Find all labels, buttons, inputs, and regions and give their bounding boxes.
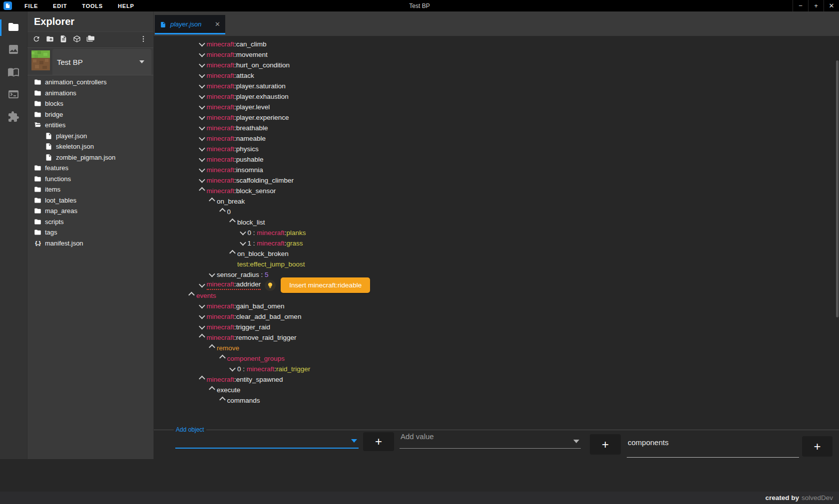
json-row[interactable]: minecraft:hurt_on_condition — [154, 60, 839, 70]
tree-item-items[interactable]: items — [27, 184, 153, 195]
chevron-down-icon[interactable] — [199, 156, 207, 163]
tree-item-entities[interactable]: entities — [27, 120, 153, 131]
tree-item-zombie_pigman-json[interactable]: zombie_pigman.json — [27, 152, 153, 163]
chevron-up-icon[interactable] — [220, 208, 227, 216]
close-button[interactable]: ✕ — [824, 0, 839, 11]
tree-item-map_areas[interactable]: map_areas — [27, 206, 153, 217]
activity-book-icon[interactable] — [0, 61, 27, 84]
json-row[interactable]: minecraft:player.experience — [154, 112, 839, 123]
chevron-down-icon[interactable] — [199, 72, 207, 79]
add-object-field[interactable] — [175, 432, 359, 449]
json-row[interactable]: component_groups — [154, 353, 839, 364]
chevron-up-icon[interactable] — [209, 344, 217, 352]
json-row[interactable]: minecraft:scaffolding_climber — [154, 175, 839, 186]
chevron-up-icon[interactable] — [230, 219, 237, 226]
chevron-up-icon[interactable] — [199, 376, 207, 383]
add-value-field[interactable] — [400, 432, 581, 449]
chevron-down-icon[interactable] — [199, 281, 207, 289]
tree-item-manifest-json[interactable]: {..}manifest.json — [27, 238, 153, 249]
chevron-up-icon[interactable] — [220, 355, 227, 362]
chevron-down-icon[interactable] — [199, 40, 207, 48]
activity-puzzle-icon[interactable] — [0, 106, 27, 129]
chevron-up-icon[interactable] — [209, 198, 217, 205]
chevron-down-icon[interactable] — [199, 313, 207, 320]
tree-item-functions[interactable]: functions — [27, 174, 153, 185]
json-row[interactable]: minecraft:breathable — [154, 123, 839, 133]
insert-suggestion-button[interactable]: Insert minecraft:rideable — [281, 277, 370, 293]
chevron-down-icon[interactable] — [199, 302, 207, 310]
tab-player-json[interactable]: player.json ✕ — [155, 15, 225, 34]
json-row[interactable]: 1 : minecraft:grass — [154, 238, 839, 249]
chevron-down-icon[interactable] — [199, 93, 207, 100]
chevron-up-icon[interactable] — [199, 187, 207, 195]
chevron-down-icon[interactable] — [199, 61, 207, 69]
package-button[interactable] — [71, 34, 83, 46]
json-row[interactable]: minecraft:attack — [154, 70, 839, 81]
json-row[interactable]: minecraft:player.level — [154, 102, 839, 112]
scrollbar-thumb[interactable] — [836, 60, 839, 317]
json-row[interactable]: sensor_radius : 5 — [154, 269, 839, 280]
json-row[interactable]: commands — [154, 395, 839, 406]
chevron-down-icon[interactable] — [230, 365, 237, 373]
json-row[interactable]: minecraft:nameable — [154, 133, 839, 144]
key-input[interactable] — [627, 438, 800, 450]
json-row[interactable]: 0 : minecraft:planks — [154, 228, 839, 238]
json-row[interactable]: minecraft:pushable — [154, 154, 839, 165]
json-row[interactable]: minecraft:can_climb — [154, 39, 839, 49]
maximize-button[interactable]: + — [808, 0, 824, 11]
refresh-button[interactable] — [30, 34, 42, 46]
add-value-input[interactable] — [400, 432, 582, 444]
new-file-button[interactable] — [57, 34, 69, 46]
chevron-down-icon[interactable] — [199, 145, 207, 153]
json-row[interactable]: 0 — [154, 207, 839, 217]
tree-item-scripts[interactable]: scripts — [27, 217, 153, 228]
lightbulb-icon[interactable] — [265, 280, 276, 291]
chevron-down-icon[interactable] — [209, 271, 217, 278]
menu-help[interactable]: HELP — [110, 0, 142, 11]
json-row[interactable]: minecraft:physics — [154, 144, 839, 154]
json-row[interactable]: minecraft:block_sensor — [154, 186, 839, 196]
chevron-down-icon[interactable] — [240, 229, 248, 237]
close-icon[interactable]: ✕ — [215, 20, 220, 28]
tree-item-features[interactable]: features — [27, 163, 153, 174]
activity-terminal-icon[interactable] — [0, 84, 27, 106]
json-row[interactable]: minecraft:addriderInsert minecraft:ridea… — [154, 280, 839, 290]
json-row[interactable]: events — [154, 290, 839, 301]
dropdown-caret-icon[interactable] — [351, 439, 357, 443]
menu-tools[interactable]: TOOLS — [74, 0, 110, 11]
menu-edit[interactable]: EDIT — [45, 0, 74, 11]
tree-item-animation_controllers[interactable]: animation_controllers — [27, 77, 153, 88]
json-row[interactable]: remove — [154, 343, 839, 353]
json-row[interactable]: minecraft:movement — [154, 49, 839, 60]
tree-item-tags[interactable]: tags — [27, 227, 153, 238]
chevron-up-icon[interactable] — [230, 250, 237, 257]
json-row[interactable]: on_break — [154, 196, 839, 207]
tree-item-animations[interactable]: animations — [27, 88, 153, 99]
tree-item-blocks[interactable]: blocks — [27, 98, 153, 109]
json-row[interactable]: minecraft:clear_add_bad_omen — [154, 311, 839, 322]
json-row[interactable]: on_block_broken — [154, 249, 839, 259]
json-row[interactable]: 0 : minecraft:raid_trigger — [154, 364, 839, 374]
chevron-up-icon[interactable] — [199, 334, 207, 341]
tree-item-bridge[interactable]: bridge — [27, 109, 153, 120]
json-row[interactable]: minecraft:player.saturation — [154, 81, 839, 91]
chevron-down-icon[interactable] — [199, 177, 207, 184]
json-row[interactable]: minecraft:insomnia — [154, 165, 839, 175]
minimize-button[interactable]: − — [793, 0, 808, 11]
activity-image-icon[interactable] — [0, 39, 27, 61]
chevron-down-icon[interactable] — [240, 240, 248, 247]
chevron-down-icon[interactable] — [199, 166, 207, 174]
chevron-up-icon[interactable] — [189, 292, 196, 299]
project-selector[interactable]: Test BP — [52, 49, 151, 75]
tree-item-loot_tables[interactable]: loot_tables — [27, 195, 153, 206]
chevron-down-icon[interactable] — [199, 323, 207, 331]
json-row[interactable]: minecraft:entity_spawned — [154, 374, 839, 385]
chevron-down-icon[interactable] — [199, 114, 207, 121]
tree-item-skeleton-json[interactable]: skeleton.json — [27, 141, 153, 152]
chevron-down-icon[interactable] — [199, 124, 207, 132]
chevron-up-icon[interactable] — [209, 386, 217, 394]
chevron-down-icon[interactable] — [199, 135, 207, 142]
add-object-input[interactable] — [175, 432, 360, 444]
add-key-button[interactable]: + — [802, 436, 833, 457]
dropdown-caret-icon[interactable] — [573, 440, 579, 443]
